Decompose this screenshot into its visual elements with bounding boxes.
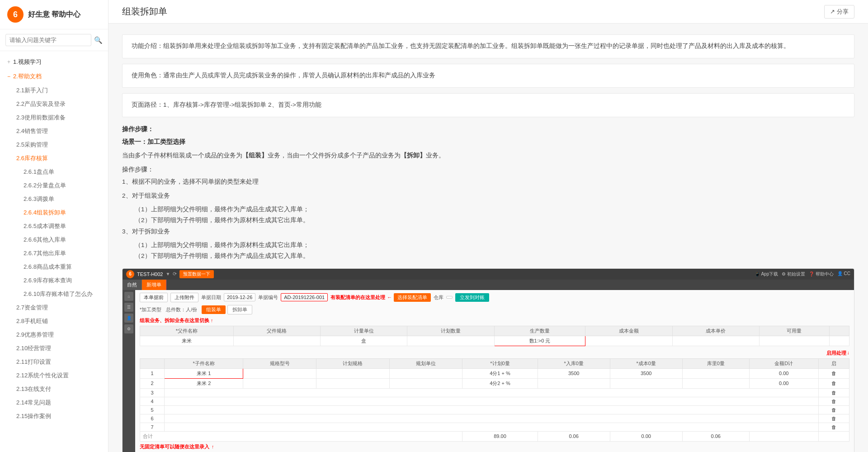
footer-total2: 0.06 — [538, 431, 610, 441]
sidebar-item-stock-err[interactable]: 2.6.10库存账本错了怎么办 — [0, 287, 108, 301]
child-name-cell-1[interactable]: 来米 1 — [165, 368, 243, 378]
annotation1-area: 有装配清单的在这里处理 ← 选择装配清单 — [330, 293, 431, 302]
search-area: 🔍 — [0, 29, 108, 51]
share-icon: ↗ — [830, 8, 835, 15]
mock-new-btn[interactable]: 预置数据一下 — [179, 270, 214, 278]
ops-section: 操作步骤： 场景一：加工类型选择 当由多个子件材料组装成一个成品的业务为【组装】… — [122, 125, 854, 452]
search-icon[interactable]: 🔍 — [94, 36, 103, 44]
sidebar-item-adjust[interactable]: 2.6.3调拨单 — [0, 192, 108, 206]
sidebar-item-docs[interactable]: − 2.帮助文档 — [0, 69, 108, 84]
mock-assembly-btn[interactable]: 组装单 — [202, 305, 226, 314]
mock-btn-delete[interactable]: 上传附件 — [170, 293, 198, 302]
th-amt: 金额D计 — [749, 358, 818, 368]
share-label: 分享 — [837, 8, 849, 16]
sidebar-item-inventory[interactable]: 2.6库存核算 — [0, 152, 108, 165]
th-actions — [830, 326, 849, 336]
sidebar-item-stock-query[interactable]: 2.6.9库存账本查询 — [0, 274, 108, 287]
sidebar-item-cost-adj[interactable]: 2.6.5成本调整单 — [0, 219, 108, 233]
mock-warehouse-field — [446, 296, 453, 299]
mock-date-field: 2019-12-26 — [224, 293, 255, 301]
mock-refresh-icon: ⟳ — [173, 271, 177, 277]
footer-total3: 0.00 — [610, 431, 682, 441]
mock-toolbar: 本单据前 上传附件 单据日期 2019-12-26 单据编号 AD-201912… — [140, 293, 849, 302]
sidebar-item-cases[interactable]: 2.15操作案例 — [0, 409, 108, 423]
mock-icon-user[interactable]: 👤 — [124, 314, 133, 323]
table-row: 2 来米 2 4分2 + % 0.00 — [140, 378, 849, 388]
child-name-cell-2: 来米 2 — [165, 378, 243, 388]
footer-total4: 0.06 — [682, 431, 749, 441]
th-avail-qty: 可用量 — [759, 326, 829, 336]
mock-disassembly-btn[interactable]: 拆卸单 — [227, 305, 252, 314]
th-stock-qty: 库里0量 — [682, 358, 749, 368]
th-plan-unit: 规划单位 — [389, 358, 462, 368]
screenshot-mockup: 6 TEST-H002 ▼ ⟳ 预置数据一下 📱 App下载 ⚙ 初始设置 ❓ … — [122, 268, 854, 452]
mock-select-btn[interactable]: 选择装配清单 — [394, 293, 431, 302]
th-plan-qty: *计划0量 — [462, 358, 538, 368]
path-intro-text: 页面路径：1、库存核算->库存管理->组装拆卸单 2、首页->常用功能 — [132, 101, 321, 108]
table-row: 1 来米 1 4分1 + % 3500 3500 0.00 — [140, 368, 849, 378]
mock-main-content: 本单据前 上传附件 单据日期 2019-12-26 单据编号 AD-201912… — [135, 290, 854, 452]
nav-tree: + 1.视频学习 − 2.帮助文档 2.1新手入门 2.2产品安装及登录 2.3… — [0, 51, 108, 452]
th-parent-spec: 父件规格 — [233, 326, 320, 336]
mock-child-table: *子件名称 规格型号 计划规格 规划单位 *计划0量 *入库0量 *成本0量 库… — [140, 358, 849, 442]
sidebar-item-other-in[interactable]: 2.6.6其他入库单 — [0, 233, 108, 247]
search-input[interactable] — [5, 34, 91, 46]
th-cost-price: 成本单价 — [672, 326, 759, 336]
th-child-no — [140, 358, 165, 368]
step2: 2、对于组装业务 — [122, 190, 854, 201]
type-switch-area: 组装单 拆卸单 — [202, 305, 252, 314]
mock-left-icons: ⌂ ☰ 👤 ⚙ — [123, 290, 135, 452]
steps-list: 1、根据不同的业务，选择不同单据的类型来处理 2、对于组装业务 （1）上部明细为… — [122, 176, 854, 262]
sidebar-item-cost-reset[interactable]: 2.6.8商品成本重算 — [0, 260, 108, 274]
th-cost-qty: *成本0量 — [610, 358, 682, 368]
sidebar-item-personal[interactable]: 2.12系统个性化设置 — [0, 369, 108, 382]
sidebar-item-newcomer[interactable]: 2.1新手入门 — [0, 84, 108, 97]
mock-btn-add[interactable]: 本单据前 — [140, 293, 168, 302]
sidebar-item-mobile[interactable]: 2.8手机旺铺 — [0, 314, 108, 328]
mock-tab-home[interactable]: 自然 — [123, 280, 142, 290]
th-ops: 启 — [818, 358, 849, 368]
share-button[interactable]: ↗ 分享 — [824, 5, 854, 19]
page-title: 组装拆卸单 — [122, 5, 167, 18]
parent-name-cell: 来米 — [140, 336, 234, 346]
sidebar-item-sales[interactable]: 2.4销售管理 — [0, 124, 108, 138]
sidebar-item-purchase[interactable]: 2.5采购管理 — [0, 138, 108, 152]
mock-app-name: TEST-H002 — [137, 271, 163, 277]
th-cost-amt: 成本金额 — [585, 326, 672, 336]
mock-icon-list[interactable]: ☰ — [124, 303, 133, 312]
annotation1-text: 有装配清单的在这里处理 — [330, 294, 385, 301]
prod-qty-cell[interactable]: 数1:>0 元 — [494, 336, 585, 346]
th-child-spec: 规格型号 — [243, 358, 316, 368]
step3-sub2: （2）下部明细为子件明细，最终作为产成品生成其它入库单。 — [122, 251, 854, 262]
main-area: 组装拆卸单 ↗ 分享 功能介绍：组装拆卸单用来处理企业组装或拆卸等加工业务，支持… — [108, 0, 868, 452]
role-intro-block: 使用角色：通常由生产人员或库管人员完成拆装业务的操作，库管人员确认原材料的出库和… — [122, 64, 854, 88]
path-intro-block: 页面路径：1、库存核算->库存管理->组装拆卸单 2、首页->常用功能 — [122, 93, 854, 117]
mock-confirm-btn[interactable]: 立发到对账 — [455, 293, 489, 302]
table-row: 7 🗑 — [140, 423, 849, 431]
sidebar-item-payment[interactable]: 2.13在线支付 — [0, 382, 108, 396]
sidebar-item-assembly[interactable]: 2.6.4组装拆卸单 — [0, 206, 108, 219]
sidebar-item-print[interactable]: 2.11打印设置 — [0, 355, 108, 369]
ops-title: 操作步骤： — [122, 125, 854, 133]
scene1-title: 场景一：加工类型选择 — [122, 138, 854, 146]
sidebar-item-data-prep[interactable]: 2.3使用前数据准备 — [0, 111, 108, 124]
ops-steps-title: 操作步骤： — [122, 166, 854, 174]
logo-icon: 6 — [7, 6, 24, 23]
step1: 1、根据不同的业务，选择不同单据的类型来处理 — [122, 176, 854, 187]
sidebar-item-install[interactable]: 2.2产品安装及登录 — [0, 97, 108, 111]
sidebar-item-partial[interactable]: 2.6.2分量盘点单 — [0, 179, 108, 192]
step3: 3、对于拆卸业务 — [122, 226, 854, 237]
mock-icon-settings[interactable]: ⚙ — [124, 324, 133, 333]
mock-logo: 6 — [126, 270, 134, 278]
sidebar-item-other-out[interactable]: 2.6.7其他出库单 — [0, 247, 108, 260]
mock-tab-new[interactable]: 新增单 — [142, 280, 166, 290]
sidebar-item-finance[interactable]: 2.7资金管理 — [0, 301, 108, 314]
sidebar-item-stocktake[interactable]: 2.6.1盘点单 — [0, 165, 108, 179]
sidebar-item-coupon[interactable]: 2.9优惠券管理 — [0, 328, 108, 342]
table-row: 5 🗑 — [140, 405, 849, 414]
sidebar-item-ops[interactable]: 2.10经营管理 — [0, 342, 108, 355]
sidebar-item-faq[interactable]: 2.14常见问题 — [0, 396, 108, 409]
mock-icon-home[interactable]: ⌂ — [124, 292, 133, 301]
sidebar-item-video[interactable]: + 1.视频学习 — [0, 55, 108, 69]
th-planned-qty: 计划数量 — [407, 326, 494, 336]
